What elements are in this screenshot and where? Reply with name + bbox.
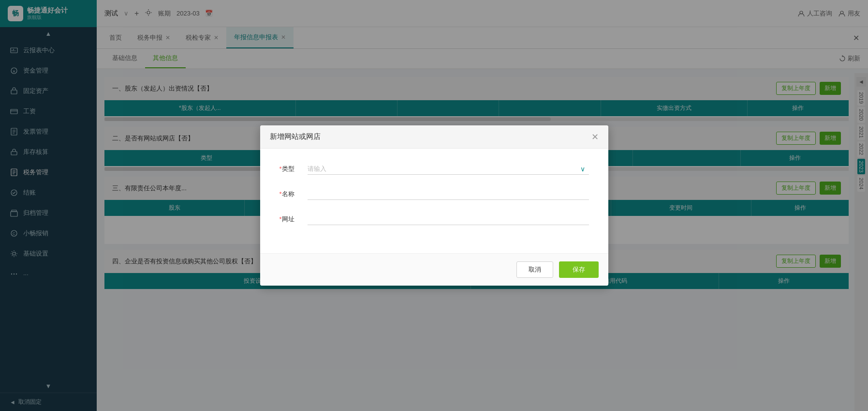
name-field <box>308 188 589 200</box>
add-website-dialog: 新增网站或网店 ✕ *类型 ∨ *名称 <box>260 125 608 286</box>
cancel-button[interactable]: 取消 <box>516 261 553 278</box>
form-row-type: *类型 ∨ <box>280 163 589 175</box>
dialog-title: 新增网站或网店 <box>270 132 321 141</box>
dialog-footer: 取消 保存 <box>260 253 608 286</box>
url-field <box>308 213 589 225</box>
url-input[interactable] <box>308 215 589 223</box>
form-row-url: *网址 <box>280 213 589 225</box>
dialog-header: 新增网站或网店 ✕ <box>260 125 608 149</box>
type-dropdown-icon[interactable]: ∨ <box>580 165 585 173</box>
type-field: ∨ <box>308 163 589 175</box>
dialog-close-button[interactable]: ✕ <box>591 133 599 141</box>
type-label: *类型 <box>280 165 304 173</box>
save-button[interactable]: 保存 <box>559 261 599 278</box>
dialog-overlay[interactable]: 新增网站或网店 ✕ *类型 ∨ *名称 <box>0 0 868 411</box>
url-label: *网址 <box>280 215 304 224</box>
name-label: *名称 <box>280 190 304 198</box>
dialog-body: *类型 ∨ *名称 *网址 <box>260 149 608 253</box>
name-input[interactable] <box>308 190 589 198</box>
type-input[interactable] <box>308 165 589 172</box>
form-row-name: *名称 <box>280 188 589 200</box>
